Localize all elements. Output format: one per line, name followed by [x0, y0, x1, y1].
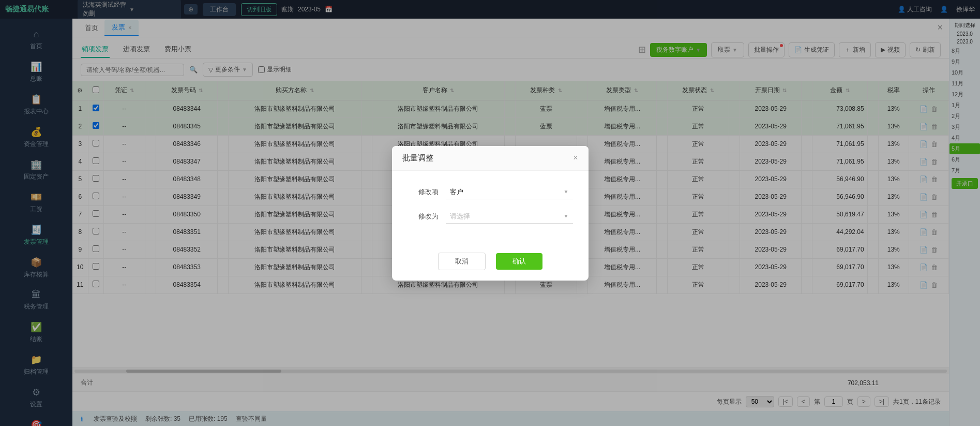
modify-item-row: 修改项 客户 ▼: [408, 185, 573, 199]
modify-to-label: 修改为: [408, 212, 439, 221]
modal-confirm-button[interactable]: 确认: [496, 253, 542, 270]
modify-to-select[interactable]: 请选择 ▼: [446, 210, 573, 224]
batch-adjust-modal: 批量调整 × 修改项 客户 ▼ 修改为 请选择 ▼ 取消 确认: [392, 146, 589, 281]
modal-close-button[interactable]: ×: [573, 153, 578, 163]
modify-item-label: 修改项: [408, 187, 439, 197]
modal-overlay: 批量调整 × 修改项 客户 ▼ 修改为 请选择 ▼ 取消 确认: [0, 0, 980, 426]
modify-to-row: 修改为 请选择 ▼: [408, 210, 573, 224]
modify-to-caret: ▼: [564, 213, 569, 219]
modify-to-placeholder: 请选择: [450, 212, 470, 221]
modal-cancel-button[interactable]: 取消: [438, 253, 486, 270]
modify-item-select[interactable]: 客户 ▼: [446, 185, 573, 199]
modify-item-value: 客户: [450, 187, 463, 197]
modal-header: 批量调整 ×: [392, 146, 589, 171]
modify-item-caret: ▼: [564, 189, 569, 195]
modal-title: 批量调整: [402, 153, 433, 163]
modal-footer: 取消 确认: [392, 244, 589, 281]
modal-body: 修改项 客户 ▼ 修改为 请选择 ▼: [392, 171, 589, 244]
